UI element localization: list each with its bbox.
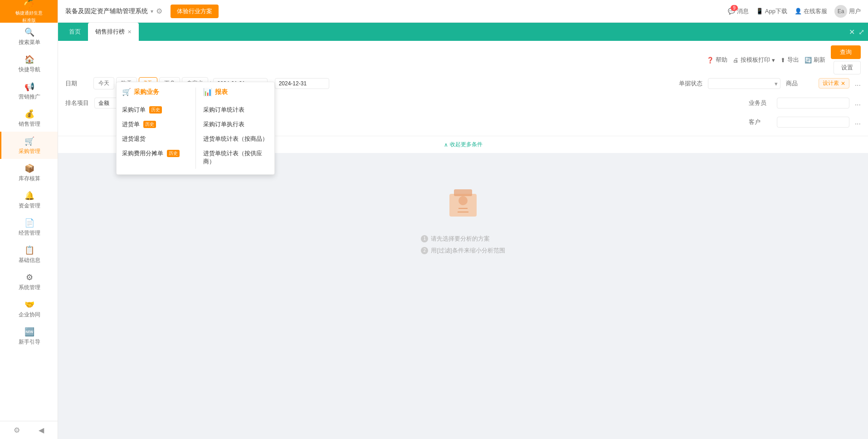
sidebar-settings-btn[interactable]: ⚙ xyxy=(14,426,20,434)
topbar: 装备及固定资产辅助管理系统 ▾ ⚙ 体验行业方案 💬 9 消息 📱 App下载 … xyxy=(58,0,868,23)
online-service-label: 在线客服 xyxy=(804,7,827,15)
help-button[interactable]: ❓ 帮助 xyxy=(707,56,727,64)
topbar-gear-icon[interactable]: ⚙ xyxy=(156,7,162,15)
dropdown-item-inbound-by-supplier[interactable]: 进货单统计表（按供应商） xyxy=(203,146,269,169)
sidebar-item-business[interactable]: 📄 经营管理 xyxy=(0,213,58,241)
dropdown-item-expense[interactable]: 采购费用分摊单 历史 xyxy=(122,146,188,161)
customer-input[interactable] xyxy=(777,117,849,128)
date-filter-label: 日期 xyxy=(65,79,88,88)
dropdown-item-inbound[interactable]: 进货单 历史 xyxy=(122,117,188,132)
goods-label: 商品 xyxy=(786,79,813,88)
hint-num-1: 1 xyxy=(421,235,428,242)
hint-num-2: 2 xyxy=(421,247,428,254)
tabbar-window-btns: ✕ ⤢ xyxy=(849,28,864,36)
app-download-label: App下载 xyxy=(765,7,787,15)
dropdown-item-purchase-order[interactable]: 采购订单 历史 xyxy=(122,103,188,117)
sidebar-item-marketing[interactable]: 📢 营销推广 xyxy=(0,77,58,104)
trial-button[interactable]: 体验行业方案 xyxy=(171,5,219,18)
dropdown-item-order-stats[interactable]: 采购订单统计表 xyxy=(203,103,269,117)
goods-tag-close-icon[interactable]: ✕ xyxy=(841,80,845,87)
tab-sales-rank-label: 销售排行榜 xyxy=(95,28,125,36)
dropdown-item-order-exec[interactable]: 采购订单执行表 xyxy=(203,117,269,132)
maximize-window-icon[interactable]: ⤢ xyxy=(858,28,864,36)
customer-label: 客户 xyxy=(749,118,771,126)
sidebar-label-business: 经营管理 xyxy=(19,229,40,237)
sidebar-label-marketing: 营销推广 xyxy=(19,93,40,101)
sales-icon: 💰 xyxy=(24,109,34,119)
date-end-input[interactable] xyxy=(275,78,329,89)
empty-illustration xyxy=(440,180,486,226)
message-badge: 9 xyxy=(731,5,738,11)
sidebar-label-system: 系统管理 xyxy=(19,284,40,291)
export-icon: ⬆ xyxy=(780,57,785,64)
order-stats-label: 采购订单统计表 xyxy=(203,106,244,114)
dropdown-divider xyxy=(195,88,196,169)
main-area: 装备及固定资产辅助管理系统 ▾ ⚙ 体验行业方案 💬 9 消息 📱 App下载 … xyxy=(58,0,868,439)
setting-button[interactable]: 设置 xyxy=(834,61,861,74)
salesperson-more-dots[interactable]: ... xyxy=(855,99,861,107)
sidebar-item-quick-nav[interactable]: 🏠 快捷导航 xyxy=(0,50,58,77)
salesperson-input[interactable] xyxy=(777,98,849,109)
sidebar-label-sales: 销售管理 xyxy=(19,120,40,128)
query-button[interactable]: 查询 xyxy=(831,45,861,59)
customer-more-dots[interactable]: ... xyxy=(855,118,861,126)
sidebar-item-system[interactable]: ⚙ 系统管理 xyxy=(0,268,58,295)
sidebar-bottom: ⚙ ◀ xyxy=(0,421,58,439)
sidebar-item-finance[interactable]: 🔔 资金管理 xyxy=(0,186,58,213)
collapse-button[interactable]: ∧ 收起更多条件 xyxy=(444,138,483,151)
tabbar: 首页 销售排行榜 ✕ ✕ ⤢ xyxy=(58,23,868,41)
purchase-icon: 🛒 xyxy=(24,136,34,146)
print-dropdown-icon[interactable]: ▾ xyxy=(772,57,775,64)
collapse-label: 收起更多条件 xyxy=(450,141,483,148)
business-col-title-text: 采购业务 xyxy=(134,88,159,96)
topbar-title-section: 装备及固定资产辅助管理系统 ▾ ⚙ 体验行业方案 xyxy=(65,5,719,18)
hint-item-2: 2 用[过滤]条件来缩小分析范围 xyxy=(421,245,505,256)
purchase-dropdown-menu: 🛒 采购业务 采购订单 历史 进货单 历史 进货退货 xyxy=(116,82,275,175)
print-button[interactable]: 🖨 按模板打印 ▾ xyxy=(733,56,775,64)
report-col-title-text: 报表 xyxy=(215,88,228,96)
voucher-status-select[interactable] xyxy=(708,78,780,89)
sidebar-nav: 🔍 搜索菜单 🏠 快捷导航 📢 营销推广 💰 销售管理 🛒 采购管理 📦 库存核… xyxy=(0,23,58,421)
tab-home[interactable]: 首页 xyxy=(62,23,88,41)
logo-text: 畅捷通好生意 xyxy=(15,10,43,16)
sidebar-item-basic-info[interactable]: 📋 基础信息 xyxy=(0,241,58,268)
collapse-icon: ∧ xyxy=(444,142,448,148)
dropdown-item-return[interactable]: 进货退货 xyxy=(122,132,188,146)
home-icon: 🏠 xyxy=(24,54,34,64)
tab-close-icon[interactable]: ✕ xyxy=(127,29,132,35)
goods-more-dots[interactable]: ... xyxy=(855,79,861,88)
user-avatar-button[interactable]: Ea 用户 xyxy=(834,5,861,18)
search-icon: 🔍 xyxy=(24,27,34,37)
sidebar-label-basic-info: 基础信息 xyxy=(19,256,40,264)
app-download-button[interactable]: 📱 App下载 xyxy=(756,7,787,15)
voucher-status-select-wrap xyxy=(708,78,780,89)
message-button[interactable]: 💬 9 消息 xyxy=(728,7,749,15)
close-window-icon[interactable]: ✕ xyxy=(849,28,855,36)
inbound-label: 进货单 xyxy=(122,120,140,128)
sidebar-item-inventory[interactable]: 📦 库存核算 xyxy=(0,159,58,186)
sidebar-item-cooperation[interactable]: 🤝 企业协同 xyxy=(0,295,58,322)
dropdown-item-inbound-by-goods[interactable]: 进货单统计表（按商品） xyxy=(203,132,269,146)
order-exec-label: 采购订单执行表 xyxy=(203,120,244,128)
sidebar-item-guide[interactable]: 🆕 新手引导 xyxy=(0,322,58,350)
export-button[interactable]: ⬆ 导出 xyxy=(780,56,799,64)
guide-icon: 🆕 xyxy=(24,327,34,337)
sidebar-item-sales[interactable]: 💰 销售管理 xyxy=(0,104,58,132)
marketing-icon: 📢 xyxy=(24,82,34,92)
help-label: 帮助 xyxy=(716,56,727,64)
print-icon: 🖨 xyxy=(733,57,739,64)
date-today-btn[interactable]: 今天 xyxy=(93,77,114,89)
message-badge-wrap: 💬 9 xyxy=(728,8,735,15)
hint-item-1: 1 请先选择要分析的方案 xyxy=(421,233,505,245)
rank-item-label: 排名项目 xyxy=(65,99,89,107)
refresh-button[interactable]: 🔄 刷新 xyxy=(805,56,825,64)
help-icon: ❓ xyxy=(707,57,714,64)
sidebar-collapse-btn[interactable]: ◀ xyxy=(39,426,44,434)
tab-sales-rank[interactable]: 销售排行榜 ✕ xyxy=(88,23,139,41)
sidebar-item-purchase[interactable]: 🛒 采购管理 xyxy=(0,132,58,159)
online-service-button[interactable]: 👤 在线客服 xyxy=(795,7,827,15)
service-icon: 👤 xyxy=(795,8,802,15)
sidebar-item-search[interactable]: 🔍 搜索菜单 xyxy=(0,23,58,50)
sidebar-label-quick-nav: 快捷导航 xyxy=(19,66,40,74)
sidebar-label-guide: 新手引导 xyxy=(19,338,40,346)
